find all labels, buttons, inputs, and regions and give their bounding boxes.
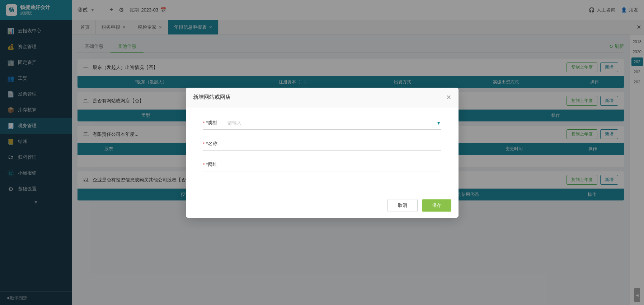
type-dropdown-icon[interactable]: ▼ — [436, 120, 441, 126]
form-row-url: * *网址 — [203, 161, 441, 171]
dialog-overlay: 新增网站或网店 ✕ * *类型 ▼ * — [0, 0, 644, 305]
dialog-close-icon[interactable]: ✕ — [446, 93, 451, 101]
form-row-name: * *名称 — [203, 140, 441, 151]
form-field-url: * *网址 — [203, 161, 441, 171]
dialog-body: * *类型 ▼ * *名称 — [186, 107, 459, 193]
form-label-url: * *网址 — [203, 161, 217, 168]
form-row-type: * *类型 ▼ — [203, 119, 441, 130]
save-button[interactable]: 保存 — [422, 199, 451, 212]
dialog-title: 新增网站或网店 — [193, 94, 231, 101]
dialog-header: 新增网站或网店 ✕ — [186, 88, 459, 107]
form-field-type: * *类型 ▼ — [203, 119, 441, 130]
form-field-name: * *名称 — [203, 140, 441, 151]
url-input[interactable] — [227, 161, 441, 169]
type-input[interactable] — [227, 119, 432, 127]
add-website-dialog: 新增网站或网店 ✕ * *类型 ▼ * — [186, 88, 459, 218]
form-label-name: * *名称 — [203, 140, 217, 147]
dialog-footer: 取消 保存 — [186, 193, 459, 218]
form-label-type: * *类型 — [203, 120, 217, 126]
cancel-button[interactable]: 取消 — [387, 199, 418, 212]
name-input[interactable] — [227, 140, 441, 148]
